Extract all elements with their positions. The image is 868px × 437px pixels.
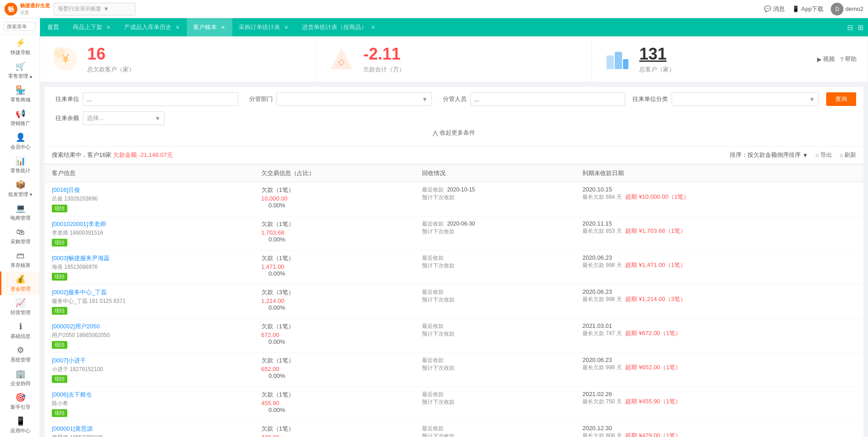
app-download-btn[interactable]: 📱 App下载	[792, 5, 823, 13]
export-button[interactable]: ○ 导出	[815, 151, 832, 159]
recovery-info-0: 最近收款 2020-10-15	[422, 186, 568, 194]
sidebar-item-label: 零售管理 ▲	[8, 73, 33, 80]
sidebar-item-retail-mall[interactable]: 🏪 零售商城	[0, 82, 40, 106]
filter-category-select[interactable]: ▼	[672, 92, 819, 106]
overdue-link-3[interactable]: 超期 ¥1,214.00（3笔）	[625, 296, 686, 302]
results-text: 搜索结果中，客户16家	[52, 151, 111, 158]
filter-balance-select[interactable]: 选择... ▼	[83, 111, 165, 125]
cell-customer-info-6: [0006]去下粮仓 陈小希 现结	[45, 387, 254, 421]
overdue-days-1: 最长欠款 853 天	[582, 228, 622, 234]
sidebar-item-finance[interactable]: 💰 资金管理	[0, 271, 40, 295]
customer-name-6[interactable]: [0006]去下粮仓	[52, 391, 247, 399]
customer-name-1[interactable]: [0001020001]李老师	[52, 220, 247, 228]
recovery-info-5: 最近收款	[422, 357, 568, 364]
sidebar-item-system[interactable]: ⚙ 系统管理	[0, 342, 40, 366]
tab-inventory-history[interactable]: 产成品入库单历史 ✕	[118, 18, 187, 36]
filter-source-unit: 往来单位 ...	[52, 92, 238, 106]
sidebar-item-inventory[interactable]: 🗃 库存核算	[0, 248, 40, 271]
customer-name-7[interactable]: [000001]黄思源	[52, 425, 247, 433]
sidebar-item-member[interactable]: 👤 会员中心	[0, 130, 40, 153]
customer-meta-0: 吕俊 13026203696	[52, 195, 247, 203]
sidebar-item-retail-stats[interactable]: 📊 零售统计	[0, 153, 40, 177]
overdue-link-1[interactable]: 超期 ¥1,703.68（1笔）	[625, 227, 686, 234]
due-date-3: 2020.06.23	[582, 288, 856, 295]
base-info-icon: ℹ	[19, 321, 22, 332]
window-minimize-icon[interactable]: ⊟	[847, 23, 853, 32]
overdue-link-6[interactable]: 超期 ¥455.90（1笔）	[625, 398, 681, 405]
customer-name-2[interactable]: [0003]畅捷服务尹海蕊	[52, 254, 247, 262]
tab-purchase-stats[interactable]: 采购订单统计表 ✕	[232, 18, 296, 36]
tab-purchase-stats-label: 采购订单统计表	[239, 23, 280, 31]
overdue-link-4[interactable]: 超期 ¥672.00（1笔）	[625, 330, 681, 337]
sidebar-item-quick-nav[interactable]: ⚡ 快捷导航	[0, 35, 40, 59]
refresh-button[interactable]: ○ 刷新	[839, 151, 856, 159]
customer-name-4[interactable]: [000002]用户2050	[52, 322, 247, 331]
sidebar-item-base-info[interactable]: ℹ 基础信息	[0, 319, 40, 342]
cell-due-date-7: 2020.12.30 最长欠款 808 天 超期 ¥429.00（1笔）	[575, 421, 863, 437]
collapse-row: ⋀ 收起更多条件	[52, 125, 856, 141]
customer-name-3[interactable]: [0002]服务中心_丁磊	[52, 288, 247, 296]
overdue-days-2: 最长欠款 998 天	[582, 262, 622, 268]
customer-name-0[interactable]: [0016]吕俊	[52, 186, 247, 194]
filter-dept-select[interactable]: ▼	[276, 92, 432, 106]
customer-tag-6: 现结	[52, 409, 67, 417]
sidebar-item-retail-mgmt[interactable]: 🛒 零售管理 ▲	[0, 59, 40, 82]
sidebar-item-purchase[interactable]: 🛍 采购管理	[0, 224, 40, 248]
owe-pct-3: 0.00%	[269, 304, 286, 311]
next-collection-2: 预计下次收款	[422, 262, 568, 270]
sidebar-item-marketing[interactable]: 📢 营销推广	[0, 106, 40, 130]
customer-meta-6: 陈小希	[52, 400, 247, 407]
tab-products[interactable]: 商品上下架 ✕	[66, 18, 118, 36]
sidebar-item-label: 零售商城	[10, 96, 30, 103]
user-menu[interactable]: D demo2	[831, 3, 863, 15]
tab-import-stats[interactable]: 进货单统计表（按商品） ✕	[296, 18, 382, 36]
ecommerce-icon: 💻	[15, 203, 25, 213]
overdue-link-7[interactable]: 超期 ¥429.00（1笔）	[625, 432, 681, 437]
tab-import-stats-close[interactable]: ✕	[370, 24, 376, 30]
tab-products-close[interactable]: ✕	[105, 24, 111, 30]
message-btn[interactable]: 💬 消息	[764, 5, 785, 13]
filter-source-unit-input[interactable]: ...	[83, 92, 238, 106]
video-link[interactable]: ▶ 视频	[817, 55, 835, 63]
tab-purchase-stats-close[interactable]: ✕	[283, 24, 289, 30]
filter-source-unit-label: 往来单位	[52, 95, 79, 103]
svg-rect-8	[615, 52, 622, 69]
overdue-details-6: 最长欠款 750 天 超期 ¥455.90（1笔）	[582, 397, 856, 406]
cell-recovery-5: 最近收款 预计下次收款	[415, 353, 575, 387]
sidebar-item-apps[interactable]: 📱 应用中心	[0, 413, 40, 437]
sort-selector[interactable]: 排序：按欠款金额倒序排序 ▼	[730, 151, 808, 159]
stat-card-owed-amount: ◇ -2.11 欠款合计（万）	[316, 36, 592, 82]
tab-home[interactable]: 首页	[40, 23, 66, 31]
help-link[interactable]: ? 帮助	[840, 55, 857, 63]
collapse-button[interactable]: ⋀ 收起更多条件	[433, 127, 475, 139]
tab-customer-account-close[interactable]: ✕	[220, 24, 226, 30]
sidebar-search-input[interactable]	[4, 22, 36, 31]
help-label: 帮助	[845, 55, 857, 63]
next-collection-5: 预计下次收款	[422, 364, 568, 372]
query-button[interactable]: 查询	[826, 92, 856, 106]
filter-person-input[interactable]: ...	[470, 92, 626, 106]
filter-balance-placeholder: 选择...	[87, 114, 104, 122]
tab-inventory-history-close[interactable]: ✕	[174, 24, 181, 30]
table-row: [0002]服务中心_丁磊 服务中心_丁磊 181 0125 8371 现结 欠…	[45, 285, 863, 319]
sidebar-item-batch-mgmt[interactable]: 📦 批发管理 ▼	[0, 177, 40, 201]
sidebar-item-enterprise[interactable]: 🏢 企业协同	[0, 366, 40, 390]
sidebar-item-operations[interactable]: 📈 经营管理	[0, 295, 40, 319]
customer-name-5[interactable]: [0007]小进干	[52, 357, 247, 365]
chevron-down-icon3: ▼	[155, 115, 161, 122]
batch-mgmt-icon: 📦	[15, 180, 25, 190]
last-collection-label-2: 最近收款	[422, 255, 444, 261]
overdue-link-5[interactable]: 超期 ¥652.00（1笔）	[625, 364, 681, 371]
cell-customer-info-1: [0001020001]李老师 李老师 18600391516 现结	[45, 216, 254, 251]
overdue-link-2[interactable]: 超期 ¥1,471.00（1笔）	[625, 261, 686, 268]
window-maximize-icon[interactable]: ⊞	[858, 23, 863, 32]
avatar: D	[831, 3, 843, 15]
stat-card-owed-customers: ¥ 16 总欠款客户（家）	[40, 36, 316, 82]
sidebar-item-ecommerce[interactable]: 💻 电商管理	[0, 201, 40, 224]
collapse-icon: ⋀	[433, 130, 438, 136]
stat-card-links: ▶ 视频 ? 帮助	[817, 55, 857, 63]
overdue-link-0[interactable]: 超期 ¥10,000.00（1笔）	[625, 193, 689, 200]
sidebar-item-guide[interactable]: 🎯 新手引导	[0, 390, 40, 413]
tab-customer-account[interactable]: 客户账本 ✕	[187, 18, 232, 36]
customer-tag-3: 现结	[52, 307, 67, 315]
